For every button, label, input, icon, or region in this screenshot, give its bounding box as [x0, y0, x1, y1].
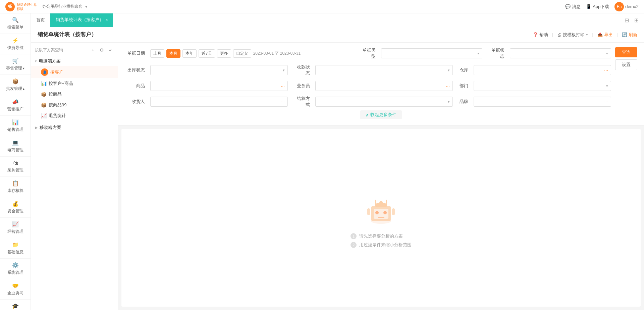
settings-scheme-icon[interactable]: ⚙: [98, 47, 105, 53]
sidebar-item-ecommerce[interactable]: 💻 电商管理: [0, 136, 31, 157]
collapse-panel-icon[interactable]: «: [107, 47, 114, 53]
sidebar-item-finance[interactable]: 💰 资金管理: [0, 197, 31, 218]
settlement-select[interactable]: ▾: [315, 97, 453, 107]
scheme-item-by-customer-goods[interactable]: 📊 按客户+商品: [31, 78, 118, 89]
date-btn-7days[interactable]: 近7天: [199, 49, 215, 58]
topbar-left: 畅 畅捷通好生意 标版 办公用品行业模拟账套 ▾: [5, 2, 87, 11]
sidebar-item-purchase[interactable]: 🛍 采购管理: [0, 157, 31, 177]
doc-type-select[interactable]: ▾: [381, 48, 482, 58]
left-panel: 按以下方案查询 + ⚙ « ▾ 电脑端方案 👤: [31, 43, 118, 310]
settlement-label: 结算方式: [293, 96, 310, 108]
page-header-actions: ❓ 帮助 | 🖨 按模板打印 ▾ | 📤 导出 | 🔄 刷新: [533, 32, 637, 38]
warehouse-dots-icon: ···: [604, 67, 608, 73]
retail-arrow-icon: ▾: [23, 66, 24, 70]
consignee-select[interactable]: ···: [150, 97, 288, 107]
sidebar-item-sales[interactable]: 📊 销售管理: [0, 116, 31, 136]
sidebar-item-newbie[interactable]: 🎓 新手引导: [0, 300, 31, 310]
date-quick-select: 上月 本月 本年 近7天 更多 自定义 2023-03-01 至 2023-03…: [150, 49, 301, 58]
main-layout: 🔍 搜索菜单 ⚡ 快捷导航 🛒 零售管理 ▾ 📦 批发管理 ▴ 📣 营销推广: [0, 13, 644, 310]
add-scheme-icon[interactable]: +: [90, 47, 96, 53]
date-range: 2023-03-01 至 2023-03-31: [253, 51, 301, 56]
app-download-icon: 📱: [586, 4, 591, 9]
settings-button[interactable]: 设置: [615, 59, 637, 70]
pc-scheme-group: ▾ 电脑端方案 👤 按客户 📊 按客户+商品 📦: [31, 56, 118, 121]
operation-icon: 📈: [12, 221, 19, 227]
refresh-icon: 🔄: [622, 32, 627, 37]
app-download-action[interactable]: 📱 App下载: [586, 4, 609, 10]
user-action[interactable]: Ea demo2: [614, 2, 639, 11]
wholesale-icon: 📦: [12, 78, 19, 85]
tab-home[interactable]: 首页: [31, 14, 50, 27]
tab-close-icon[interactable]: ×: [106, 18, 108, 22]
goods-select[interactable]: ···: [150, 81, 288, 91]
sidebar-item-search-menu[interactable]: 🔍 搜索菜单: [0, 13, 31, 34]
empty-area: 1 请先选择要分析的方案 2 用过滤条件来缩小分析范围: [121, 129, 641, 307]
sidebar-item-retail[interactable]: 🛒 零售管理 ▾: [0, 54, 31, 75]
consignee-dots-icon: ···: [281, 99, 285, 104]
customer-icon: 👤: [43, 70, 47, 74]
payment-chevron-icon: ▾: [448, 68, 450, 72]
date-btn-more[interactable]: 更多: [217, 49, 231, 58]
content-area: 首页 销货单统计表（按客户） × ⊟ ⊞ 销货单统计表（按客户） ❓ 帮助 |: [31, 13, 644, 310]
payment-select[interactable]: ▾: [315, 65, 453, 75]
sidebar-item-marketing[interactable]: 📣 营销推广: [0, 95, 31, 116]
doc-type-chevron-icon: ▾: [477, 51, 479, 56]
tab-sales-stats[interactable]: 销货单统计表（按客户） ×: [50, 13, 113, 27]
sidebar-item-system[interactable]: ⚙️ 系统管理: [0, 259, 31, 279]
sidebar-item-cooperation[interactable]: 🤝 企业协同: [0, 279, 31, 300]
sidebar: 🔍 搜索菜单 ⚡ 快捷导航 🛒 零售管理 ▾ 📦 批发管理 ▴ 📣 营销推广: [0, 13, 31, 310]
scheme-item-by-goods[interactable]: 📦 按商品: [31, 89, 118, 100]
industry-arrow[interactable]: ▾: [85, 4, 87, 9]
pc-scheme-group-header[interactable]: ▾ 电脑端方案: [31, 56, 118, 66]
date-btn-this-year[interactable]: 本年: [182, 49, 197, 58]
collapse-button[interactable]: ∧ 收起更多条件: [360, 110, 402, 119]
sidebar-item-quick-nav[interactable]: ⚡ 快捷导航: [0, 34, 31, 54]
system-icon: ⚙️: [12, 262, 19, 268]
message-action[interactable]: 💬 消息: [565, 4, 581, 10]
delivery-select[interactable]: ▾: [150, 65, 288, 75]
date-btn-this-month[interactable]: 本月: [166, 49, 180, 58]
tab-maximize-button[interactable]: ⊞: [633, 16, 640, 25]
sidebar-item-inventory[interactable]: 📋 库存核算: [0, 177, 31, 197]
tab-minimize-button[interactable]: ⊟: [623, 16, 630, 25]
customer-goods-icon: 📊: [41, 81, 47, 86]
industry-label[interactable]: 办公用品行业模拟账套: [42, 4, 83, 9]
print-action[interactable]: 🖨 按模板打印 ▾: [557, 32, 588, 38]
brand-dots-icon: ···: [604, 99, 608, 104]
staff-select[interactable]: ···: [315, 81, 453, 91]
scheme-item-return-stats[interactable]: 📈 退货统计: [31, 110, 118, 121]
inventory-icon: 📋: [12, 180, 19, 187]
left-panel-icons: + ⚙ «: [90, 47, 114, 53]
staff-label: 业务员: [293, 83, 310, 89]
scheme-item-by-customer[interactable]: 👤 按客户: [31, 66, 118, 78]
svg-point-7: [379, 201, 383, 204]
export-action[interactable]: 📤 导出: [597, 32, 613, 38]
sidebar-item-wholesale[interactable]: 📦 批发管理 ▴: [0, 75, 31, 95]
scheme-item-by-goods-99[interactable]: 📦 按商品99: [31, 100, 118, 110]
ecommerce-icon: 💻: [12, 140, 19, 146]
delivery-chevron-icon: ▾: [283, 68, 285, 72]
page-title: 销货单统计表（按客户）: [38, 31, 97, 38]
sidebar-item-operation[interactable]: 📈 经营管理: [0, 218, 31, 238]
doc-status-select[interactable]: ▾: [510, 48, 611, 58]
help-action[interactable]: ❓ 帮助: [533, 32, 548, 38]
quick-nav-icon: ⚡: [12, 37, 19, 44]
brand-select[interactable]: ···: [474, 97, 611, 107]
dept-label: 部门: [458, 83, 468, 89]
search-icon: 🔍: [12, 17, 19, 23]
goods-icon: 📦: [41, 92, 47, 97]
date-btn-last-month[interactable]: 上月: [150, 49, 164, 58]
dept-select[interactable]: ▾: [474, 81, 611, 91]
empty-tips: 1 请先选择要分析的方案 2 用过滤条件来缩小分析范围: [351, 233, 412, 248]
consignee-label: 收货人: [125, 99, 145, 105]
mobile-group-arrow-icon: ▶: [35, 125, 38, 130]
mobile-scheme-header[interactable]: ▶ 移动端方案: [31, 122, 118, 133]
filter-action-col: 查询 设置: [615, 47, 637, 70]
warehouse-select[interactable]: ···: [474, 65, 611, 75]
query-button[interactable]: 查询: [615, 47, 637, 57]
sidebar-item-basic-info[interactable]: 📁 基础信息: [0, 238, 31, 259]
refresh-action[interactable]: 🔄 刷新: [622, 32, 637, 38]
newbie-icon: 🎓: [12, 303, 19, 309]
date-btn-custom[interactable]: 自定义: [233, 49, 251, 58]
empty-illustration: [361, 188, 401, 228]
